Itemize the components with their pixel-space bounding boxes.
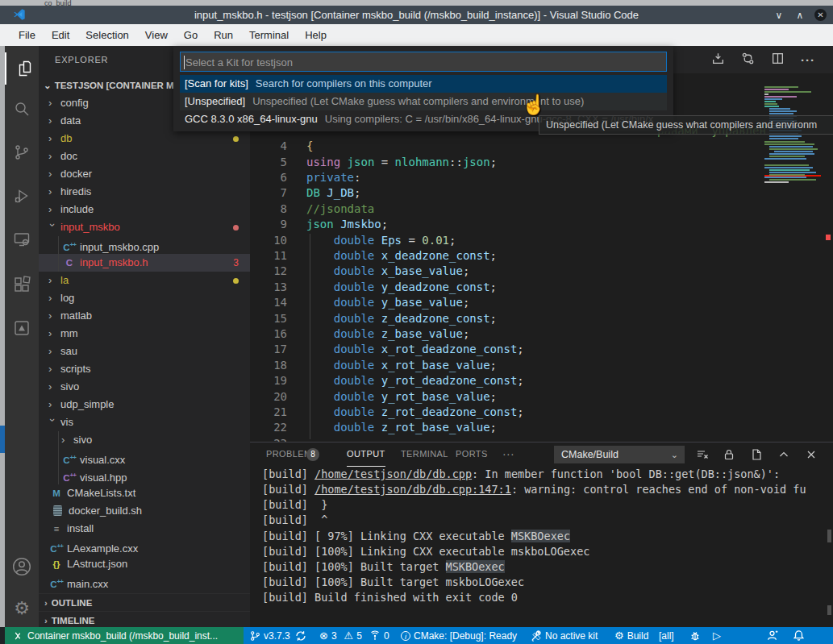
outline-section-header[interactable]: ›OUTLINE xyxy=(39,593,250,612)
cmake-status[interactable]: i CMake: [Debug]: Ready xyxy=(401,627,517,644)
source-control-icon[interactable] xyxy=(5,136,39,168)
line-number[interactable]: 13 xyxy=(250,280,287,293)
problems-status[interactable]: ⊗3 ⚠5 xyxy=(319,627,362,644)
line-number[interactable]: 21 xyxy=(250,405,287,418)
line-number[interactable]: 17 xyxy=(250,343,287,355)
tree-item-sivo[interactable]: ›sivo xyxy=(39,431,250,449)
more-actions-icon[interactable]: ··· xyxy=(801,53,815,67)
remote-explorer-icon[interactable] xyxy=(5,223,39,256)
tree-item-vis[interactable]: ›vis xyxy=(39,413,250,431)
menu-terminal[interactable]: Terminal xyxy=(242,27,296,44)
menu-go[interactable]: Go xyxy=(177,27,205,44)
lock-autoscroll-icon[interactable] xyxy=(722,447,736,462)
panel-scrollbar[interactable] xyxy=(827,605,831,615)
tree-item-input_mskbo[interactable]: ›input_mskbo xyxy=(39,218,250,236)
tree-item-CMakeLists.txt[interactable]: MCMakeLists.txt xyxy=(39,484,250,502)
maximize-panel-icon[interactable] xyxy=(777,447,791,462)
cmake-icon[interactable] xyxy=(5,312,39,344)
tree-item-docker[interactable]: ›docker xyxy=(39,165,250,183)
quickpick-input[interactable]: Select a Kit for testjson xyxy=(180,52,667,72)
line-number[interactable]: 4 xyxy=(250,139,287,152)
open-log-file-icon[interactable] xyxy=(749,447,764,462)
file-link[interactable]: /home/testjson/db/db.cpp:147:1 xyxy=(314,483,511,496)
kit-status[interactable]: No active kit xyxy=(531,627,598,644)
sync-status[interactable] xyxy=(295,627,306,644)
line-number[interactable]: 6 xyxy=(250,171,287,184)
build-target[interactable]: [all] xyxy=(659,627,674,644)
window-maximize-icon[interactable]: ∧ xyxy=(793,10,806,21)
tree-item-include[interactable]: ›include xyxy=(39,201,250,218)
tree-item-sivo[interactable]: ›sivo xyxy=(39,378,250,396)
menu-view[interactable]: View xyxy=(138,27,175,44)
tree-item-sau[interactable]: ›sau xyxy=(39,343,250,360)
line-number[interactable]: 5 xyxy=(250,156,287,168)
tree-item-install[interactable]: ≡install xyxy=(39,520,250,538)
menu-help[interactable]: Help xyxy=(298,27,334,44)
build-button[interactable]: ⚙ Build xyxy=(614,627,648,644)
menu-selection[interactable]: Selection xyxy=(78,27,135,44)
tree-item-visual.cxx[interactable]: C++visual.cxx xyxy=(39,449,250,467)
debug-status[interactable] xyxy=(689,627,701,644)
tree-item-LAexample.cxx[interactable]: C++LAexample.cxx xyxy=(39,538,250,555)
git-branch-status[interactable]: v3.7.3 xyxy=(250,627,290,644)
compare-changes-icon[interactable] xyxy=(741,52,755,69)
output-channel-select[interactable]: CMake/Build ⌄ xyxy=(554,446,685,463)
close-panel-icon[interactable] xyxy=(804,447,818,462)
panel-scrollbar[interactable] xyxy=(827,530,831,542)
line-number[interactable]: 9 xyxy=(250,218,287,231)
panel-more-icon[interactable]: ··· xyxy=(502,442,514,466)
line-number[interactable]: 14 xyxy=(250,296,287,309)
settings-gear-icon[interactable]: ⚙ xyxy=(5,592,39,625)
remote-indicator[interactable]: Container mskbo_build (/mskbo_build_inst… xyxy=(5,627,244,644)
explorer-icon[interactable] xyxy=(5,52,40,85)
menu-edit[interactable]: Edit xyxy=(44,27,77,44)
tree-item-input_mskbo.cpp[interactable]: C++input_mskbo.cpp xyxy=(39,236,250,254)
line-number[interactable]: 15 xyxy=(250,312,287,325)
line-number[interactable]: 10 xyxy=(250,234,287,247)
tree-item-scripts[interactable]: ›scripts xyxy=(39,360,250,378)
tab-terminal[interactable]: TERMINAL xyxy=(401,442,448,466)
split-editor-icon[interactable] xyxy=(771,52,785,69)
tab-output[interactable]: OUTPUT xyxy=(347,442,385,467)
line-number[interactable]: 22 xyxy=(250,421,287,434)
line-number[interactable]: 11 xyxy=(250,249,287,262)
tree-item-matlab[interactable]: ›matlab xyxy=(39,307,250,325)
tree-item-udp_simple[interactable]: ›udp_simple xyxy=(39,396,250,413)
account-icon[interactable] xyxy=(5,551,39,583)
feedback-button[interactable] xyxy=(766,627,778,644)
tree-item-hiredis[interactable]: ›hiredis xyxy=(39,183,250,201)
tree-item-input_mskbo.h[interactable]: Cinput_mskbo.h3 xyxy=(39,254,250,272)
quickpick-item-1[interactable]: [Scan for kits]Search for compilers on t… xyxy=(180,75,667,93)
title-bar[interactable]: input_mskbo.h - testjson [Container mskb… xyxy=(0,6,833,24)
tree-item-docker_build.sh[interactable]: docker_build.sh xyxy=(39,502,250,520)
menu-run[interactable]: Run xyxy=(206,27,240,44)
run-and-debug-icon[interactable] xyxy=(5,180,39,212)
tree-item-main.cxx[interactable]: C++main.cxx xyxy=(39,573,250,591)
window-minimize-icon[interactable]: ∨ xyxy=(773,10,785,21)
window-close-icon[interactable]: ✕ xyxy=(814,9,827,21)
extensions-icon[interactable] xyxy=(5,268,39,301)
tree-item-visual.hpp[interactable]: C++visual.hpp xyxy=(39,467,250,484)
ports-status[interactable]: 0 xyxy=(369,627,389,644)
tree-item-doc[interactable]: ›doc xyxy=(39,147,250,165)
clear-output-icon[interactable] xyxy=(695,447,710,462)
tree-item-db[interactable]: ›db xyxy=(39,130,250,147)
tab-ports[interactable]: PORTS xyxy=(456,442,488,466)
menu-file[interactable]: File xyxy=(11,27,43,44)
launch-status[interactable]: ▷ xyxy=(713,627,721,644)
notifications-button[interactable] xyxy=(793,627,805,644)
tree-item-LAstruct.json[interactable]: {}LAstruct.json xyxy=(39,555,250,573)
line-number[interactable]: 12 xyxy=(250,264,287,277)
line-number[interactable]: 20 xyxy=(250,390,287,403)
line-number[interactable]: 18 xyxy=(250,359,287,372)
run-below-icon[interactable] xyxy=(711,52,725,69)
tree-item-la[interactable]: ›la xyxy=(39,272,250,289)
quickpick-item-2[interactable]: [Unspecified]Unspecified (Let CMake gues… xyxy=(180,93,667,110)
line-number[interactable]: 16 xyxy=(250,327,287,340)
search-icon[interactable] xyxy=(5,93,39,125)
line-number[interactable]: 19 xyxy=(250,374,287,387)
tree-item-mm[interactable]: ›mm xyxy=(39,325,250,343)
file-link[interactable]: /home/testjson/db/db.cpp xyxy=(314,467,472,480)
tree-item-log[interactable]: ›log xyxy=(39,289,250,307)
line-number[interactable]: 7 xyxy=(250,186,287,199)
